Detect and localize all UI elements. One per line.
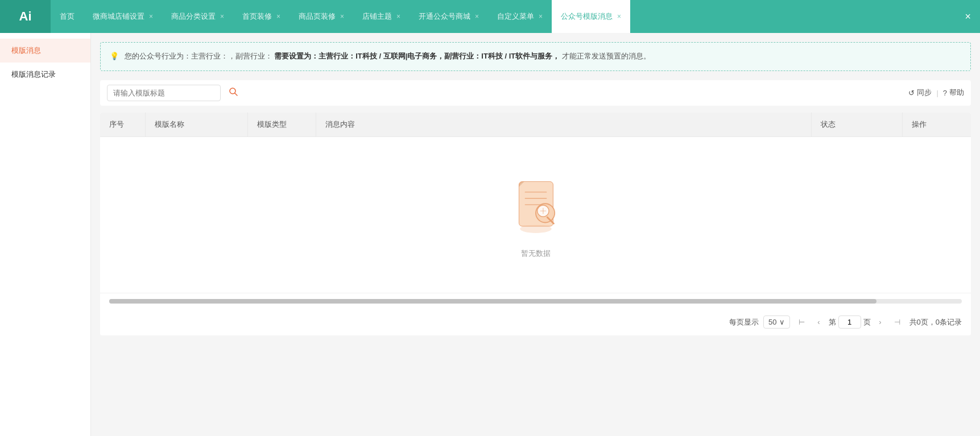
- bulb-icon: 💡: [110, 52, 119, 60]
- close-tab-category-settings[interactable]: ×: [220, 13, 224, 20]
- main-content: 💡 您的公众号行业为：主营行业：，副营行业： 需要设置为：主营行业：IT科技 /…: [91, 33, 980, 436]
- nav-tab-open-mall[interactable]: 开通公众号商城 ×: [410, 0, 488, 33]
- current-page-input[interactable]: [838, 315, 861, 329]
- first-page-button[interactable]: ⊢: [795, 315, 809, 330]
- action-divider: |: [936, 89, 938, 97]
- close-all-tabs-button[interactable]: ×: [956, 11, 980, 23]
- nav-tab-product-decor[interactable]: 商品页装修 ×: [290, 0, 353, 33]
- close-tab-shop-settings[interactable]: ×: [149, 13, 153, 20]
- close-tab-template-message[interactable]: ×: [617, 13, 621, 20]
- page-label-post: 页: [863, 317, 871, 327]
- horizontal-scrollbar-area: [100, 293, 971, 309]
- main-layout: 模版消息 模版消息记录 💡 您的公众号行业为：主营行业：，副营行业： 需要设置为…: [0, 33, 980, 436]
- help-button[interactable]: ? 帮助: [943, 88, 964, 98]
- sidebar-item-template-message[interactable]: 模版消息: [0, 39, 90, 63]
- nav-tab-store-theme[interactable]: 店铺主题 ×: [353, 0, 410, 33]
- page-label-pre: 第: [829, 317, 836, 327]
- col-type: 模版类型: [248, 113, 316, 136]
- pagination: 每页显示 50 ∨ ⊢ ‹ 第 页 › ⊣ 共0页，0条记录: [100, 309, 971, 335]
- close-tab-store-theme[interactable]: ×: [396, 13, 400, 20]
- nav-tab-home[interactable]: 首页: [51, 0, 84, 33]
- app-logo: Ai: [0, 0, 51, 33]
- sync-button[interactable]: ↺ 同步: [908, 88, 932, 98]
- page-size-select[interactable]: 50 ∨: [763, 315, 789, 329]
- close-tab-home-decor[interactable]: ×: [276, 13, 280, 20]
- search-toolbar: ↺ 同步 | ? 帮助: [100, 80, 971, 106]
- table-header: 序号 模版名称 模版类型 消息内容 状态 操作: [100, 113, 971, 137]
- template-table: 序号 模版名称 模版类型 消息内容 状态 操作: [100, 113, 971, 335]
- pagination-nav: ⊢ ‹ 第 页 › ⊣: [795, 315, 905, 330]
- sidebar-item-template-message-log[interactable]: 模版消息记录: [0, 63, 90, 86]
- empty-state: 暂无数据: [100, 137, 971, 293]
- col-index: 序号: [100, 113, 146, 136]
- search-input[interactable]: [107, 85, 221, 101]
- col-action: 操作: [903, 113, 971, 136]
- empty-illustration: [502, 171, 570, 239]
- nav-tab-template-message[interactable]: 公众号模版消息 ×: [552, 0, 630, 33]
- industry-notice: 💡 您的公众号行业为：主营行业：，副营行业： 需要设置为：主营行业：IT科技 /…: [100, 42, 971, 71]
- toolbar-actions: ↺ 同步 | ? 帮助: [908, 88, 964, 98]
- close-tab-product-decor[interactable]: ×: [340, 13, 344, 20]
- sync-icon: ↺: [908, 89, 915, 97]
- nav-tab-category-settings[interactable]: 商品分类设置 ×: [162, 0, 233, 33]
- close-tab-custom-menu[interactable]: ×: [539, 13, 543, 20]
- search-area: [107, 85, 242, 101]
- col-content: 消息内容: [316, 113, 812, 136]
- help-icon: ?: [943, 89, 947, 97]
- nav-tab-list: 首页 微商城店铺设置 × 商品分类设置 × 首页装修 × 商品页装修 × 店铺主…: [51, 0, 956, 33]
- search-button[interactable]: [224, 85, 242, 101]
- next-page-button[interactable]: ›: [873, 315, 888, 330]
- scrollbar-thumb: [109, 299, 876, 304]
- close-tab-open-mall[interactable]: ×: [475, 13, 479, 20]
- nav-tab-shop-settings[interactable]: 微商城店铺设置 ×: [84, 0, 162, 33]
- empty-text: 暂无数据: [521, 248, 551, 259]
- per-page-label: 每页显示: [729, 317, 759, 327]
- horizontal-scrollbar[interactable]: [109, 299, 962, 304]
- last-page-button[interactable]: ⊣: [890, 315, 905, 330]
- col-status: 状态: [812, 113, 903, 136]
- chevron-down-icon: ∨: [779, 318, 785, 326]
- svg-line-1: [235, 93, 237, 95]
- notice-bold-text: 需要设置为：主营行业：IT科技 / 互联网|电子商务，副营行业：IT科技 / I…: [274, 52, 560, 60]
- top-navigation: Ai 首页 微商城店铺设置 × 商品分类设置 × 首页装修 × 商品页装修 × …: [0, 0, 980, 33]
- nav-tab-custom-menu[interactable]: 自定义菜单 ×: [488, 0, 552, 33]
- pagination-total: 共0页，0条记录: [909, 317, 962, 327]
- nav-tab-home-decor[interactable]: 首页装修 ×: [233, 0, 290, 33]
- col-name: 模版名称: [146, 113, 248, 136]
- prev-page-button[interactable]: ‹: [812, 315, 826, 330]
- sidebar: 模版消息 模版消息记录: [0, 33, 91, 436]
